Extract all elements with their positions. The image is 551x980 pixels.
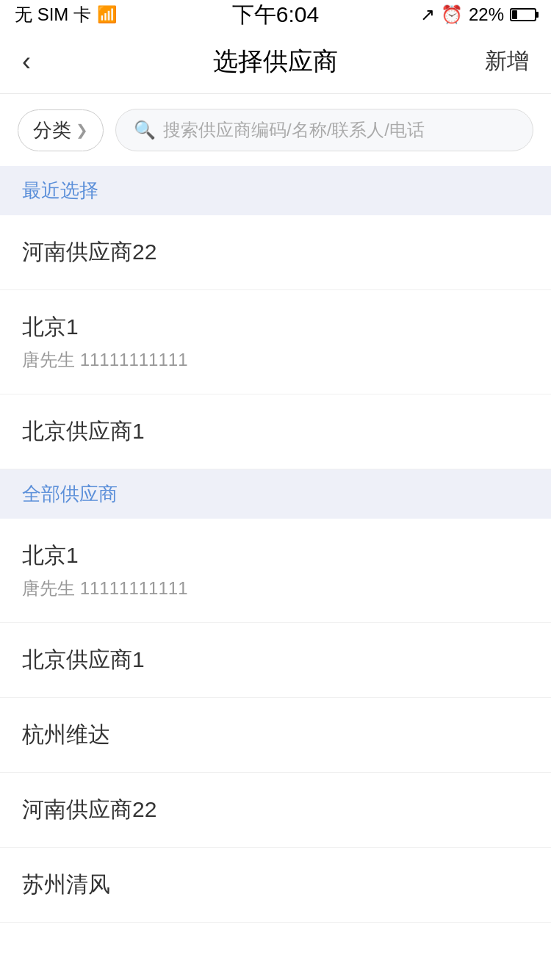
- add-button[interactable]: 新增: [485, 46, 529, 76]
- list-item[interactable]: 北京供应商1: [0, 394, 551, 469]
- item-name: 河南供应商22: [22, 237, 529, 267]
- status-right: ↗ ⏰ 22%: [420, 4, 536, 25]
- status-time: 下午6:04: [232, 0, 319, 30]
- section-header-all: 全部供应商: [0, 469, 551, 519]
- no-sim-text: 无 SIM 卡: [15, 3, 91, 26]
- item-name: 北京供应商1: [22, 417, 529, 447]
- category-label: 分类: [33, 118, 71, 143]
- item-name: 杭州维达: [22, 720, 529, 750]
- wifi-icon: 📶: [97, 5, 117, 24]
- battery-icon: [510, 8, 536, 21]
- list-item[interactable]: 河南供应商22: [0, 215, 551, 290]
- list-item[interactable]: 北京1唐先生 11111111111: [0, 290, 551, 394]
- list-item[interactable]: 北京1唐先生 11111111111: [0, 519, 551, 623]
- list-item[interactable]: 河南供应商22: [0, 773, 551, 848]
- battery-percent: 22%: [469, 4, 504, 25]
- item-name: 北京1: [22, 541, 529, 571]
- item-name: 河南供应商22: [22, 795, 529, 825]
- item-name: 北京供应商1: [22, 645, 529, 675]
- alarm-icon: ⏰: [441, 4, 463, 25]
- list-item[interactable]: 苏州清风: [0, 848, 551, 923]
- nav-bar: ‹ 选择供应商 新增: [0, 29, 551, 94]
- page-title: 选择供应商: [66, 45, 485, 79]
- item-name: 苏州清风: [22, 870, 529, 900]
- search-icon: 🔍: [134, 120, 156, 140]
- section-header-recent: 最近选择: [0, 166, 551, 215]
- status-left: 无 SIM 卡 📶: [15, 3, 117, 26]
- category-button[interactable]: 分类 ❯: [18, 109, 104, 151]
- chevron-right-icon: ❯: [76, 121, 88, 139]
- status-bar: 无 SIM 卡 📶 下午6:04 ↗ ⏰ 22%: [0, 0, 551, 29]
- list-item[interactable]: 杭州维达: [0, 698, 551, 773]
- search-placeholder: 搜索供应商编码/名称/联系人/电话: [163, 118, 425, 142]
- filter-bar: 分类 ❯ 🔍 搜索供应商编码/名称/联系人/电话: [0, 94, 551, 166]
- location-icon: ↗: [420, 4, 435, 25]
- item-name: 北京1: [22, 312, 529, 342]
- sections-container: 最近选择河南供应商22北京1唐先生 11111111111北京供应商1全部供应商…: [0, 166, 551, 923]
- section-header-text-recent: 最近选择: [22, 179, 98, 201]
- section-header-text-all: 全部供应商: [22, 483, 118, 505]
- search-box[interactable]: 🔍 搜索供应商编码/名称/联系人/电话: [115, 109, 533, 151]
- list-item[interactable]: 北京供应商1: [0, 623, 551, 698]
- item-contact: 唐先生 11111111111: [22, 577, 529, 600]
- back-button[interactable]: ‹: [22, 46, 66, 77]
- item-contact: 唐先生 11111111111: [22, 348, 529, 372]
